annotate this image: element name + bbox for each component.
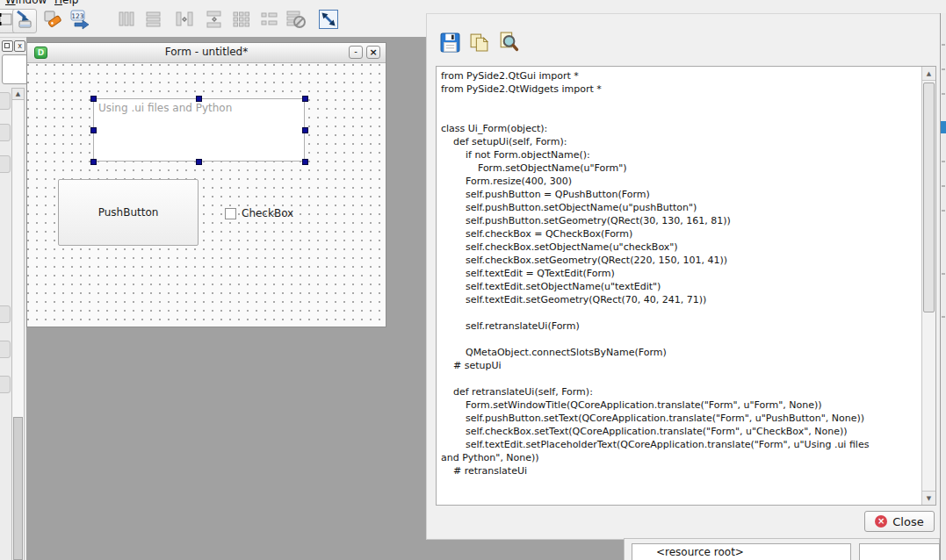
scroll-up-icon[interactable]: ▲: [922, 67, 935, 81]
pushbutton-widget[interactable]: PushButton: [58, 179, 199, 246]
right-panel-sliver: [940, 13, 946, 560]
selection-handle-top-right[interactable]: [302, 96, 308, 102]
break-layout-button[interactable]: [284, 9, 308, 33]
designer-form-window: D Form - untitled* - × Using .ui files a…: [26, 42, 386, 327]
adjust-size-button[interactable]: [316, 9, 341, 33]
edit-tab-order-icon: 123: [70, 9, 91, 33]
widget-box-scrollbar[interactable]: ▲: [11, 88, 25, 560]
menu-window[interactable]: Window: [5, 0, 47, 6]
save-button[interactable]: [438, 32, 461, 55]
widget-category-item[interactable]: [0, 341, 11, 358]
layout-grid-icon: [232, 10, 251, 32]
widget-category-item[interactable]: [0, 305, 11, 323]
widget-box-panel: x ▲: [0, 37, 26, 560]
checkbox-indicator[interactable]: [225, 208, 236, 219]
code-scrollbar[interactable]: ▲ ▼: [921, 67, 935, 505]
svg-text:123: 123: [71, 12, 84, 20]
sliver-tick: [942, 273, 945, 275]
menu-help[interactable]: Help: [54, 0, 78, 6]
widget-category-item[interactable]: [0, 92, 11, 110]
selection-handle-bottom-left[interactable]: [90, 159, 97, 165]
code-view[interactable]: from PySide2.QtGui import * from PySide2…: [436, 66, 936, 506]
selection-handle-bottom-center[interactable]: [196, 159, 202, 165]
widget-box-float-button[interactable]: [2, 40, 13, 52]
scroll-down-icon[interactable]: ▼: [922, 491, 935, 505]
widget-box-scroll-thumb[interactable]: [13, 417, 23, 560]
code-text[interactable]: from PySide2.QtGui import * from PySide2…: [441, 69, 918, 477]
layout-horizontal-icon: [117, 10, 136, 32]
find-icon: [497, 32, 519, 56]
layout-horizontal-button[interactable]: [114, 9, 139, 33]
close-icon: x: [18, 42, 22, 50]
sliver-tick: [942, 316, 945, 318]
textedit-widget[interactable]: Using .ui files and Python: [93, 98, 305, 162]
widget-filter-input[interactable]: [2, 54, 28, 84]
selection-handle-bottom-right[interactable]: [302, 159, 308, 165]
adjust-size-icon: [318, 9, 339, 33]
edit-signals-slots-icon: [15, 10, 34, 32]
layout-vertical-splitter-icon: [205, 10, 224, 32]
sliver-tick: [942, 93, 945, 95]
layout-vertical-splitter-button[interactable]: [202, 9, 227, 33]
layout-vertical-icon: [144, 10, 163, 32]
layout-form-icon: [260, 10, 279, 32]
widget-category-item[interactable]: [0, 376, 11, 393]
resource-detail-box: [859, 543, 940, 560]
form-window-titlebar[interactable]: D Form - untitled* - ×: [27, 43, 386, 63]
layout-horizontal-splitter-button[interactable]: [172, 9, 197, 33]
layout-horizontal-splitter-icon: [175, 10, 194, 32]
selection-handle-top-left[interactable]: [90, 96, 97, 102]
layout-form-button[interactable]: [257, 9, 282, 33]
edit-buddies-button[interactable]: [40, 9, 65, 33]
save-icon: [440, 32, 460, 56]
copy-icon: [469, 32, 489, 56]
widget-category-item[interactable]: [0, 155, 11, 173]
pushbutton-label: PushButton: [98, 206, 159, 219]
form-close-button[interactable]: ×: [366, 46, 380, 59]
sliver-selected-item: [941, 121, 946, 133]
sliver-tick: [942, 210, 945, 212]
form-canvas[interactable]: Using .ui files and Python PushButton Ch…: [27, 63, 386, 327]
checkbox-widget[interactable]: CheckBox: [225, 207, 293, 219]
form-window-title: Form - untitled*: [27, 46, 386, 58]
toolbar-separator: [103, 11, 105, 31]
close-button[interactable]: × Close: [864, 511, 935, 532]
widget-category-item[interactable]: [0, 124, 11, 141]
form-minimize-button[interactable]: -: [349, 46, 363, 59]
copy-button[interactable]: [467, 32, 490, 55]
edit-signals-slots-button[interactable]: [12, 9, 37, 33]
sliver-tick: [942, 68, 945, 70]
resource-root-item[interactable]: <resource root>: [632, 543, 851, 560]
sliver-tick: [942, 44, 945, 46]
selection-handle-top-center[interactable]: [196, 96, 202, 102]
scroll-up-icon[interactable]: ▲: [12, 89, 24, 100]
close-badge-icon: ×: [875, 515, 887, 528]
code-preview-dialog: from PySide2.QtGui import * from PySide2…: [426, 13, 940, 540]
selection-handle-mid-left[interactable]: [90, 127, 97, 133]
find-button[interactable]: [496, 32, 519, 55]
sliver-tick: [942, 185, 945, 187]
code-scroll-thumb[interactable]: [923, 83, 935, 312]
selection-handle-mid-right[interactable]: [302, 127, 308, 133]
widget-box-close-button[interactable]: x: [14, 40, 25, 52]
edit-buddies-icon: [42, 9, 63, 33]
textedit-placeholder: Using .ui files and Python: [98, 102, 232, 114]
float-icon: [4, 43, 10, 48]
edit-tab-order-button[interactable]: 123: [69, 9, 93, 33]
layout-grid-button[interactable]: [229, 9, 254, 33]
checkbox-label: CheckBox: [242, 207, 293, 219]
resource-browser-panel: <resource root>: [624, 538, 940, 560]
layout-vertical-button[interactable]: [141, 9, 166, 33]
menubar: Window Help: [0, 0, 946, 7]
sliver-tick: [942, 161, 945, 162]
close-button-label: Close: [892, 515, 923, 528]
break-layout-icon: [285, 9, 307, 33]
